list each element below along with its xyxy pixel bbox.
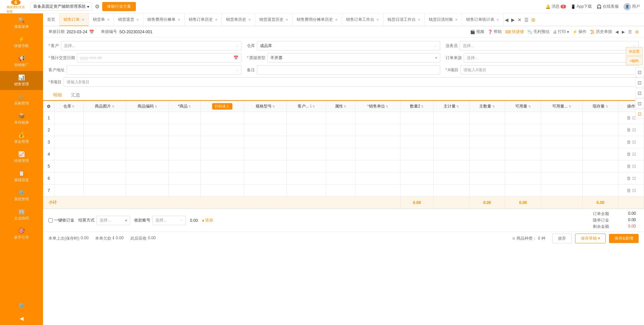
tab-detail[interactable]: 明细 xyxy=(48,90,67,101)
row-delete-icon[interactable]: 🗑 xyxy=(627,127,631,132)
tab-sales-order-close[interactable]: ✕ xyxy=(82,18,84,22)
nav-prev-btn[interactable]: ◀ xyxy=(615,30,618,34)
sidebar-item-marketing[interactable]: 📢 营销推广 xyxy=(0,52,43,71)
list-view-btn[interactable]: ☰ xyxy=(628,30,632,34)
sidebar-collapse-button[interactable]: ◀ xyxy=(0,312,43,325)
col-available[interactable]: 可用量 xyxy=(505,101,541,112)
sidebar-item-inventory[interactable]: 📦 库存核算 xyxy=(0,109,43,128)
sidebar-item-enterprise[interactable]: 🏢 企业协同 xyxy=(0,205,43,224)
warehouse-input[interactable]: 成品库 ··· xyxy=(257,41,440,50)
shortcuts-btn[interactable]: ⌨ 快捷键 xyxy=(505,29,524,35)
history-btn[interactable]: 📜 历史单据 xyxy=(590,29,612,35)
view-btn[interactable]: 🎬 视频 xyxy=(470,29,484,35)
tab-nav-close-all[interactable]: ✕ xyxy=(516,17,523,23)
tab-sales-return-close[interactable]: ✕ xyxy=(107,18,110,22)
online-support-button[interactable]: 🎧 在线客服 xyxy=(597,4,619,9)
tab-return-history[interactable]: 销货单历史 ✕ xyxy=(222,13,255,26)
tab-fee-history-close[interactable]: ✕ xyxy=(335,18,338,22)
setup-button[interactable]: ⚙ 设置 xyxy=(626,47,643,56)
row-copy-icon[interactable]: ⊡ xyxy=(632,188,636,193)
discard-button[interactable]: 放弃 xyxy=(552,234,572,243)
col-main-qty[interactable]: 主数量 xyxy=(469,101,505,112)
right-float-btn-3[interactable]: ⊡ xyxy=(635,88,644,98)
tab-sales-refund-close[interactable]: ✕ xyxy=(136,18,139,22)
bank-account-select[interactable]: 选择... ··· xyxy=(152,216,186,225)
row-delete-icon[interactable]: 🗑 xyxy=(627,152,631,157)
tab-sales-history[interactable]: 销售订单历史 ✕ xyxy=(185,13,222,26)
col-sku-code[interactable]: 商品编码 xyxy=(126,101,169,112)
one-click-checkbox[interactable] xyxy=(48,218,53,222)
sidebar-item-base-info[interactable]: 📋 基础信息 xyxy=(0,167,43,186)
sidebar-item-purchase[interactable]: 🛒 采购管理 xyxy=(0,90,43,109)
settings-icon[interactable]: ⚙ xyxy=(95,3,100,10)
tab-summary[interactable]: 汇总 xyxy=(67,90,85,100)
tab-sales-fee-close[interactable]: ✕ xyxy=(178,18,180,22)
row-delete-icon[interactable]: 🗑 xyxy=(627,164,631,169)
col-qty2[interactable]: 数量2 xyxy=(401,101,433,112)
sidebar-item-system[interactable]: ⚙️ 系统管理 xyxy=(0,186,43,205)
tab-nav-menu[interactable]: ☰ xyxy=(523,17,530,23)
print-btn[interactable]: 🖨 打印 ▾ xyxy=(553,29,569,35)
add-row-button[interactable]: ● 添加 xyxy=(202,217,213,223)
tab-sales-return[interactable]: 销货单 ✕ xyxy=(89,13,114,26)
col-stock[interactable]: 现存量 xyxy=(582,101,618,112)
calendar-icon[interactable]: 📅 xyxy=(89,30,94,34)
tab-refund-history[interactable]: 销货退货历史 ✕ xyxy=(255,13,293,26)
salesperson-input[interactable]: 选择... ··· xyxy=(460,41,639,50)
tab-return-history-close[interactable]: ✕ xyxy=(248,18,251,22)
b-project-input[interactable]: 请输入B项目 xyxy=(64,77,639,87)
save-new-button[interactable]: 保存&新增 xyxy=(609,234,639,243)
row-delete-icon[interactable]: 🗑 xyxy=(627,115,631,120)
scan-button[interactable]: 扫码录入 xyxy=(212,103,232,110)
row-copy-icon[interactable]: ⊡ xyxy=(632,176,636,181)
operations-btn[interactable]: ⚡ 操作 xyxy=(572,29,586,35)
col-product[interactable]: *商品 xyxy=(169,101,200,112)
profit-btn[interactable]: 📉 毛利预估 xyxy=(527,29,550,35)
tab-sales-order[interactable]: 销售订单 ✕ xyxy=(60,13,89,26)
tab-home[interactable]: 首页 xyxy=(43,13,60,26)
tab-sales-stats[interactable]: 销售订单统计表 ✕ xyxy=(462,13,503,26)
row-copy-icon[interactable]: ⊡ xyxy=(632,152,636,157)
col-spec[interactable]: 规格型号 xyxy=(244,101,287,112)
col-settings[interactable]: ⚙ xyxy=(43,101,54,112)
sidebar-item-sales[interactable]: 📊 销售管理 xyxy=(0,71,43,90)
ticket-type-select[interactable]: 不开票 ▾ xyxy=(267,53,440,63)
row-delete-icon[interactable]: 🗑 xyxy=(627,176,631,181)
col-customer-no[interactable]: 客户... ℹ xyxy=(287,101,326,112)
help-btn[interactable]: ❓ 帮助 xyxy=(488,29,502,35)
col-warehouse[interactable]: 仓库 xyxy=(54,101,84,112)
row-delete-icon[interactable]: 🗑 xyxy=(627,139,631,145)
tab-cash-reconcile[interactable]: 钱货日清对账 ✕ xyxy=(425,13,462,26)
save-draft-button[interactable]: 保存草稿 ▾ xyxy=(575,234,606,243)
payment-method-select[interactable]: 选择... ▾ xyxy=(97,216,130,225)
col-main-unit[interactable]: 主计量 xyxy=(433,101,469,112)
solution-button[interactable]: 体验行业方案 xyxy=(102,2,136,11)
sidebar-item-operations[interactable]: 📈 经营管理 xyxy=(0,148,43,167)
col-available2[interactable]: 可用量... xyxy=(541,101,583,112)
right-float-btn-2[interactable]: ⊡ xyxy=(635,78,644,88)
col-sales-unit[interactable]: *销售单位 xyxy=(355,101,401,112)
right-float-btn-5[interactable]: ⊡ xyxy=(635,109,644,119)
sidebar-item-finance[interactable]: 💰 资金管理 xyxy=(0,128,43,148)
row-delete-icon[interactable]: 🗑 xyxy=(627,188,631,193)
user-menu-button[interactable]: 👤 用户 xyxy=(623,3,640,10)
row-copy-icon[interactable]: ⊡ xyxy=(632,139,636,145)
tab-sales-workbench[interactable]: 销售订单工作台 ✕ xyxy=(342,13,383,26)
tab-cash-daily[interactable]: 钱货日清工作台 ✕ xyxy=(383,13,425,26)
col-image[interactable]: 商品图片 xyxy=(83,101,126,112)
app-download-button[interactable]: 📱 App下载 xyxy=(571,4,592,9)
address-input[interactable]: ··· xyxy=(67,65,241,75)
column-settings-button[interactable]: ⚙ xyxy=(46,103,51,110)
sidebar-item-quick-nav[interactable]: ⚡ 快捷导航 xyxy=(0,33,43,52)
add-material-button[interactable]: +物料 xyxy=(626,56,643,65)
delivery-date-input[interactable]: yyyy-mm-dd 📅 xyxy=(77,53,242,63)
nav-next-btn[interactable]: ▶ xyxy=(622,30,625,34)
sidebar-item-search[interactable]: 🔍 搜索菜单 xyxy=(0,13,43,33)
col-attribute[interactable]: 属性 xyxy=(326,101,355,112)
tab-cash-reconcile-close[interactable]: ✕ xyxy=(455,18,458,22)
sidebar-item-guide[interactable]: 🎯 新手引导 xyxy=(0,224,43,243)
tab-sales-workbench-close[interactable]: ✕ xyxy=(376,18,379,22)
tab-nav-next[interactable]: ▶ xyxy=(510,17,516,23)
row-copy-icon[interactable]: ⊡ xyxy=(632,127,636,132)
right-float-btn-4[interactable]: ⊡ xyxy=(635,98,644,109)
